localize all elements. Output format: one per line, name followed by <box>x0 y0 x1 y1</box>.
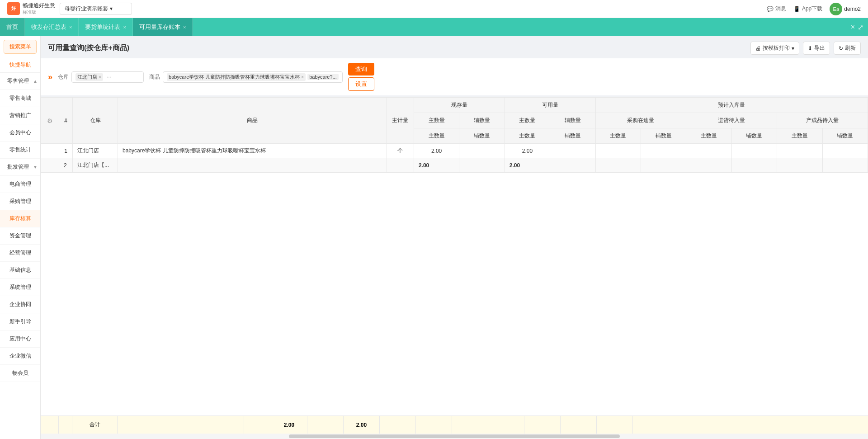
sidebar-item-member-vip[interactable]: 畅会员 <box>0 365 40 382</box>
close-demand-stats-icon[interactable]: × <box>123 24 126 30</box>
sidebar-item-app-center[interactable]: 应用中心 <box>0 330 40 348</box>
export-btn[interactable]: ⬇ 导出 <box>803 42 830 55</box>
close-receive-send-icon[interactable]: × <box>69 24 72 30</box>
filter-expand-btn[interactable]: » <box>48 72 52 82</box>
footer-unit-cell <box>244 416 271 434</box>
nav-tab-controls: × ⤢ <box>846 23 868 32</box>
close-available-stock-icon[interactable]: × <box>183 24 186 30</box>
warehouse-tag-close-icon[interactable]: × <box>99 75 101 80</box>
sidebar-item-ecommerce-mgmt[interactable]: 电商管理 <box>0 176 40 193</box>
message-label: 消息 <box>775 5 786 13</box>
sidebar-item-marketing[interactable]: 营销推广 <box>0 107 40 124</box>
col-fin-main-header: 主数量 <box>777 128 822 144</box>
tab-receive-send[interactable]: 收发存汇总表 × <box>25 18 79 36</box>
top-bar-left: 好 畅捷通好生意 标准版 母婴行业演示账套 ▾ <box>7 2 132 15</box>
sidebar-item-retail-mall[interactable]: 零售商城 <box>0 90 40 107</box>
product-tag-1-close-icon[interactable]: × <box>301 75 304 80</box>
horizontal-scrollbar[interactable] <box>41 434 868 439</box>
close-window-icon[interactable]: × <box>851 23 855 31</box>
sidebar-item-purchase-mgmt[interactable]: 采购管理 <box>0 193 40 210</box>
sidebar-item-system-mgmt[interactable]: 系统管理 <box>0 279 40 296</box>
warehouse-more-icon[interactable]: ··· <box>105 74 113 80</box>
footer-pur-aux-cell <box>452 416 488 434</box>
sidebar-item-retail-mgmt[interactable]: 零售管理 ▲ <box>0 73 40 90</box>
group-row-av-main: 2.00 <box>505 158 550 173</box>
system-mgmt-label: 系统管理 <box>3 283 38 291</box>
col-av-aux-header: 辅数量 <box>550 128 595 144</box>
refresh-btn[interactable]: ↻ 刷新 <box>834 42 861 55</box>
row1-settings <box>41 144 59 158</box>
footer-settings-cell <box>41 416 59 434</box>
sidebar-item-new-guide[interactable]: 新手引导 <box>0 313 40 330</box>
receive-send-label: 收发存汇总表 <box>31 23 66 31</box>
logo-text-block: 畅捷通好生意 标准版 <box>23 2 55 15</box>
sidebar-item-enterprise-collab[interactable]: 企业协同 <box>0 296 40 313</box>
user-area[interactable]: Ea demo2 <box>830 3 861 15</box>
warehouse-label: 仓库 <box>58 73 69 81</box>
sidebar-item-stock-check[interactable]: 库存核算 <box>0 210 40 227</box>
col-av-main-header: 主数量 <box>505 128 550 144</box>
scrollbar-thumb[interactable] <box>289 434 620 438</box>
sidebar-item-enterprise-wechat[interactable]: 企业微信 <box>0 348 40 365</box>
sidebar-item-wholesale-mgmt[interactable]: 批发管理 ▼ <box>0 159 40 176</box>
group-row-main-unit <box>387 158 414 173</box>
query-btn[interactable]: 查询 <box>348 63 374 76</box>
sidebar-item-operations-mgmt[interactable]: 经营管理 <box>0 245 40 262</box>
footer-pur-main-cell <box>416 416 452 434</box>
top-bar-right: 💬 消息 📱 App下载 Ea demo2 <box>767 3 861 15</box>
refresh-icon: ↻ <box>839 45 843 52</box>
print-template-btn[interactable]: 🖨 按模板打印 ▾ <box>750 42 799 55</box>
col-current-stock-aux-qty-header: 辅数量 <box>459 113 505 128</box>
tab-demand-stats[interactable]: 要货单统计表 × <box>79 18 132 36</box>
col-current-stock-header: 现存量 <box>414 98 505 113</box>
tab-home[interactable]: 首页 <box>0 18 25 36</box>
col-main-unit-header: 主计量 <box>387 98 414 144</box>
group-row-warehouse: 江北门店【... <box>73 158 118 173</box>
maximize-icon[interactable]: ⤢ <box>858 23 863 32</box>
footer-inc-aux-cell <box>524 416 561 434</box>
row1-inc-main <box>686 144 731 158</box>
product-input[interactable]: babycare学饮杯 儿童防摔防撞吸管杯重力球吸嘴杯宝宝水杯 × babyca… <box>163 71 343 83</box>
table-row: 1 江北门店 babycare学饮杯 儿童防摔防撞吸管杯重力球吸嘴杯宝宝水杯 个… <box>41 144 868 158</box>
col-available-main-qty-header: 主数量 <box>505 113 550 128</box>
enterprise-collab-label: 企业协同 <box>3 301 38 308</box>
col-purchase-transit-header: 采购在途量 <box>595 113 686 128</box>
sidebar-item-member-center[interactable]: 会员中心 <box>0 124 40 142</box>
message-btn[interactable]: 💬 消息 <box>767 5 786 13</box>
print-icon: 🖨 <box>755 45 761 52</box>
col-inc-aux-header: 辅数量 <box>731 128 777 144</box>
app-download-btn[interactable]: 📱 App下载 <box>793 5 822 13</box>
col-pur-aux-header: 辅数量 <box>641 128 686 144</box>
row1-pur-aux <box>641 144 686 158</box>
industry-selector[interactable]: 母婴行业演示账套 ▾ <box>60 3 132 15</box>
sidebar-item-retail-stats[interactable]: 零售统计 <box>0 142 40 159</box>
col-available-header: 可用量 <box>505 98 595 113</box>
top-bar: 好 畅捷通好生意 标准版 母婴行业演示账套 ▾ 💬 消息 📱 App下载 Ea … <box>0 0 868 18</box>
finance-mgmt-label: 资金管理 <box>3 232 38 240</box>
quick-nav-btn[interactable]: 快捷导航 <box>0 57 40 73</box>
ecommerce-mgmt-label: 电商管理 <box>3 180 38 188</box>
retail-mall-label: 零售商城 <box>3 94 38 102</box>
stock-check-label: 库存核算 <box>3 215 38 222</box>
retail-mgmt-label: 零售管理 <box>3 77 33 85</box>
row1-av-aux <box>550 144 595 158</box>
col-pur-main-header: 主数量 <box>595 128 641 144</box>
warehouse-input[interactable]: 江北门店 × ··· <box>71 71 144 83</box>
operations-mgmt-label: 经营管理 <box>3 249 38 257</box>
filter-buttons: 查询 设置 <box>348 63 374 91</box>
sidebar-item-basic-info[interactable]: 基础信息 <box>0 262 40 279</box>
setting-btn[interactable]: 设置 <box>348 77 374 91</box>
settings-icon: ⚙ <box>47 117 53 124</box>
sidebar-search-area: 搜索菜单 <box>0 36 40 57</box>
col-cs-main-header: 主数量 <box>414 128 459 144</box>
footer-av-aux-cell <box>380 416 416 434</box>
tab-available-stock[interactable]: 可用量库存账本 × <box>133 18 193 36</box>
group-row-cs-aux <box>459 158 505 173</box>
filter-bar: » 仓库 江北门店 × ··· 商品 babycare学饮杯 儿童防摔防撞吸管杯… <box>41 58 868 95</box>
group-row-fin-aux <box>822 158 868 173</box>
search-menu-btn[interactable]: 搜索菜单 <box>4 40 37 54</box>
sidebar-item-finance-mgmt[interactable]: 资金管理 <box>0 227 40 245</box>
page-header: 可用量查询(按仓库+商品) 🖨 按模板打印 ▾ ⬇ 导出 ↻ 刷新 <box>41 36 868 58</box>
available-stock-label: 可用量库存账本 <box>139 23 180 31</box>
industry-name: 母婴行业演示账套 <box>65 5 108 13</box>
